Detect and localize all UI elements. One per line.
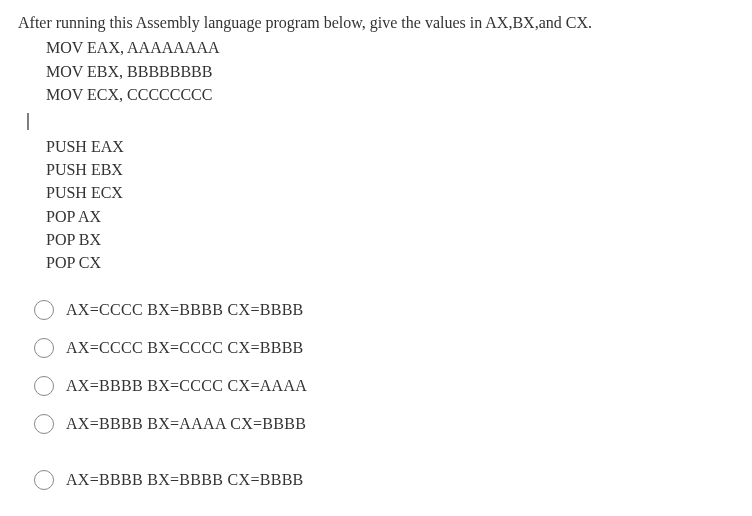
cursor-marker: |	[26, 110, 734, 131]
radio-icon[interactable]	[34, 300, 54, 320]
radio-icon[interactable]	[34, 338, 54, 358]
option-label: AX=CCCC BX=BBBB CX=BBBB	[66, 301, 304, 319]
option-label: AX=BBBB BX=CCCC CX=AAAA	[66, 377, 307, 395]
option-label: AX=BBBB BX=AAAA CX=BBBB	[66, 415, 306, 433]
radio-icon[interactable]	[34, 376, 54, 396]
radio-icon[interactable]	[34, 470, 54, 490]
code-line: PUSH ECX	[46, 181, 734, 204]
code-line: MOV ECX, CCCCCCCC	[46, 83, 734, 106]
code-line: POP CX	[46, 251, 734, 274]
code-line: PUSH EAX	[46, 135, 734, 158]
code-line: POP AX	[46, 205, 734, 228]
option-4[interactable]: AX=BBBB BX=AAAA CX=BBBB	[34, 414, 734, 434]
question-prompt: After running this Assembly language pro…	[18, 12, 734, 34]
option-2[interactable]: AX=CCCC BX=CCCC CX=BBBB	[34, 338, 734, 358]
option-label: AX=CCCC BX=CCCC CX=BBBB	[66, 339, 304, 357]
code-block-1: MOV EAX, AAAAAAAA MOV EBX, BBBBBBBB MOV …	[46, 36, 734, 106]
option-label: AX=BBBB BX=BBBB CX=BBBB	[66, 471, 304, 489]
answer-options: AX=CCCC BX=BBBB CX=BBBB AX=CCCC BX=CCCC …	[34, 300, 734, 490]
code-line: POP BX	[46, 228, 734, 251]
radio-icon[interactable]	[34, 414, 54, 434]
option-1[interactable]: AX=CCCC BX=BBBB CX=BBBB	[34, 300, 734, 320]
code-line: MOV EBX, BBBBBBBB	[46, 60, 734, 83]
option-3[interactable]: AX=BBBB BX=CCCC CX=AAAA	[34, 376, 734, 396]
text-cursor: |	[26, 110, 30, 130]
code-line: PUSH EBX	[46, 158, 734, 181]
code-block-2: PUSH EAX PUSH EBX PUSH ECX POP AX POP BX…	[46, 135, 734, 274]
option-5[interactable]: AX=BBBB BX=BBBB CX=BBBB	[34, 470, 734, 490]
code-line: MOV EAX, AAAAAAAA	[46, 36, 734, 59]
